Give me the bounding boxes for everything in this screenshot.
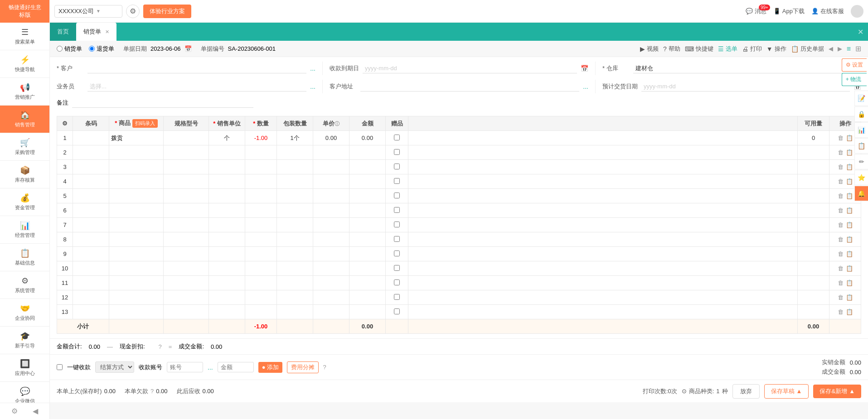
salesperson-ellipsis[interactable]: ...	[310, 83, 315, 90]
sidebar-item-wechat[interactable]: 💬 企业微信	[0, 382, 49, 403]
avatar[interactable]	[851, 5, 863, 18]
price-info-icon[interactable]: ⓘ	[335, 121, 339, 126]
spec-input-11[interactable]	[165, 294, 207, 301]
gift-checkbox-10[interactable]	[394, 279, 400, 285]
app-download-button[interactable]: 📱 App下载	[773, 7, 805, 15]
cell-spec-1[interactable]	[164, 145, 209, 160]
product-input-9[interactable]	[111, 265, 161, 272]
cell-barcode-7[interactable]	[73, 232, 109, 247]
product-input-7[interactable]	[111, 236, 161, 243]
action-print[interactable]: 🖨 打印	[742, 45, 762, 53]
tab-home[interactable]: 首页	[50, 23, 76, 41]
product-input-0[interactable]	[111, 135, 161, 141]
add-button[interactable]: ● 添加	[258, 362, 282, 373]
float-btn-6[interactable]: ⭐	[854, 170, 868, 185]
delete-icon-2[interactable]: 🗑	[838, 164, 844, 170]
cell-product-4[interactable]	[109, 189, 164, 203]
radio-sales-input[interactable]	[57, 46, 63, 52]
cell-gift-9[interactable]	[386, 261, 408, 276]
spec-input-9[interactable]	[165, 265, 207, 272]
sidebar-item-newbie[interactable]: 🎓 新手引导	[0, 327, 49, 354]
view-grid-icon[interactable]: ⊞	[855, 44, 861, 53]
barcode-input-11[interactable]	[75, 294, 107, 301]
cell-spec-12[interactable]	[164, 305, 209, 319]
customer-addr-input[interactable]	[360, 82, 579, 92]
float-btn-4[interactable]: 📋	[854, 138, 868, 154]
cell-gift-2[interactable]	[386, 160, 408, 174]
spec-input-5[interactable]	[165, 207, 207, 214]
cell-product-9[interactable]	[109, 261, 164, 276]
float-btn-3[interactable]: 📊	[854, 122, 868, 138]
due-date-input[interactable]	[363, 63, 577, 73]
radio-return[interactable]: 退货单	[89, 45, 114, 53]
cell-spec-8[interactable]	[164, 247, 209, 261]
gift-checkbox-8[interactable]	[394, 250, 400, 256]
delete-icon-8[interactable]: 🗑	[838, 250, 844, 257]
action-help[interactable]: ? 帮助	[663, 45, 680, 53]
spec-input-0[interactable]	[165, 135, 207, 141]
copy-icon-9[interactable]: 📋	[846, 265, 853, 272]
cell-product-1[interactable]	[109, 145, 164, 160]
cell-gift-6[interactable]	[386, 218, 408, 232]
delete-icon-11[interactable]: 🗑	[838, 294, 844, 301]
product-input-4[interactable]	[111, 193, 161, 199]
cell-barcode-12[interactable]	[73, 305, 109, 319]
cell-gift-12[interactable]	[386, 305, 408, 319]
customer-ellipsis[interactable]: ...	[310, 65, 315, 72]
product-input-11[interactable]	[111, 294, 161, 301]
delete-icon-5[interactable]: 🗑	[838, 207, 844, 214]
barcode-input-1[interactable]	[75, 149, 107, 156]
barcode-input-5[interactable]	[75, 207, 107, 214]
cell-barcode-4[interactable]	[73, 189, 109, 203]
gift-checkbox-4[interactable]	[394, 193, 400, 198]
view-list-icon[interactable]: ≡	[847, 45, 851, 53]
gift-checkbox-5[interactable]	[394, 207, 400, 213]
account-ellipsis[interactable]: ...	[208, 364, 213, 371]
delete-icon-12[interactable]: 🗑	[838, 308, 844, 315]
warehouse-input[interactable]	[633, 63, 852, 73]
delete-icon-1[interactable]: 🗑	[838, 149, 844, 156]
cell-gift-3[interactable]	[386, 174, 408, 189]
cell-gift-11[interactable]	[386, 290, 408, 305]
salesperson-input[interactable]	[87, 82, 306, 92]
delete-icon-9[interactable]: 🗑	[838, 265, 844, 272]
gift-checkbox-7[interactable]	[394, 236, 400, 242]
expense-button[interactable]: 费用分摊	[287, 361, 319, 373]
spec-input-6[interactable]	[165, 222, 207, 228]
sidebar-settings-icon[interactable]: ⚙	[11, 407, 18, 415]
sidebar-item-sales[interactable]: 🏠 销售管理	[0, 106, 49, 133]
spec-input-12[interactable]	[165, 308, 207, 315]
sidebar-item-appcenter[interactable]: 🔲 应用中心	[0, 354, 49, 382]
arrears-help-icon[interactable]: ?	[150, 388, 154, 395]
customer-addr-ellipsis[interactable]: ...	[583, 83, 588, 90]
cell-gift-4[interactable]	[386, 189, 408, 203]
gift-checkbox-3[interactable]	[394, 178, 400, 184]
cell-barcode-9[interactable]	[73, 261, 109, 276]
calc-method-select[interactable]: 结算方式	[95, 361, 134, 373]
action-video[interactable]: ▶ 视频	[640, 45, 659, 53]
sidebar-item-search[interactable]: ☰ 搜索菜单	[0, 23, 49, 50]
cell-product-12[interactable]	[109, 305, 164, 319]
expense-help-icon[interactable]: ?	[323, 364, 326, 371]
cell-barcode-1[interactable]	[73, 145, 109, 160]
gift-checkbox-11[interactable]	[394, 294, 400, 300]
cell-barcode-10[interactable]	[73, 276, 109, 290]
cell-spec-9[interactable]	[164, 261, 209, 276]
expected-date-input[interactable]	[641, 82, 850, 92]
company-select[interactable]: XXXXXX公司 ▼	[54, 5, 122, 18]
window-close-icon[interactable]: ✕	[858, 28, 863, 36]
copy-icon-10[interactable]: 📋	[846, 279, 853, 286]
customer-input[interactable]	[87, 63, 306, 73]
sidebar-item-basic[interactable]: 📋 基础信息	[0, 244, 49, 271]
float-btn-5[interactable]: ✏	[854, 154, 868, 169]
barcode-input-10[interactable]	[75, 279, 107, 286]
copy-icon-5[interactable]: 📋	[846, 207, 853, 214]
barcode-input-9[interactable]	[75, 265, 107, 272]
spec-input-10[interactable]	[165, 279, 207, 286]
save-draft-button[interactable]: 保存草稿 ▲	[764, 384, 809, 399]
product-input-3[interactable]	[111, 178, 161, 185]
delete-icon-7[interactable]: 🗑	[838, 236, 844, 243]
cell-barcode-3[interactable]	[73, 174, 109, 189]
sidebar-item-quicknav[interactable]: ⚡ 快捷导航	[0, 50, 49, 78]
cell-product-11[interactable]	[109, 290, 164, 305]
